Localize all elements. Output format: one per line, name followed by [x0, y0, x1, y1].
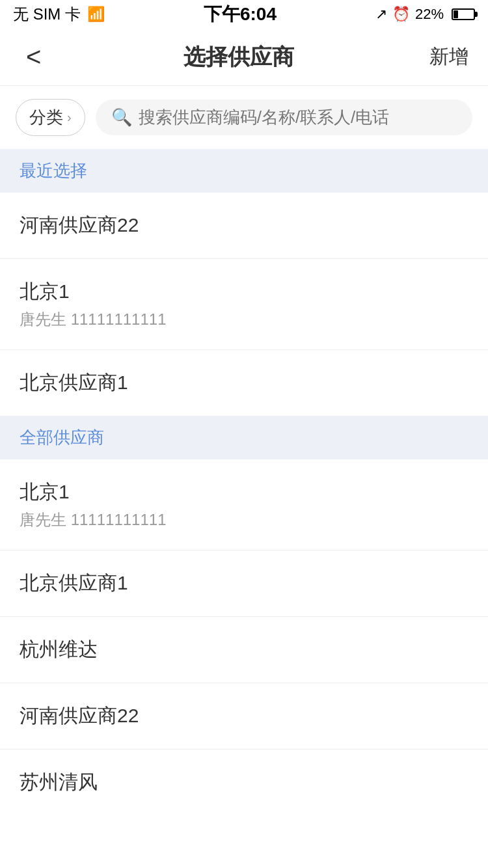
status-left: 无 SIM 卡 📶	[13, 4, 105, 25]
nav-bar: < 选择供应商 新增	[0, 29, 488, 86]
list-item[interactable]: 北京1 唐先生 11111111111	[0, 459, 488, 550]
status-bar: 无 SIM 卡 📶 下午6:04 ↗ ⏰ 22%	[0, 0, 488, 29]
search-bar: 分类 › 🔍	[0, 86, 488, 149]
alarm-icon: ⏰	[392, 6, 410, 23]
wifi-icon: 📶	[87, 6, 105, 23]
all-section-label: 全部供应商	[20, 427, 104, 447]
item-name: 北京1	[20, 278, 468, 305]
item-name: 北京供应商1	[20, 370, 468, 396]
item-name: 北京供应商1	[20, 570, 468, 597]
category-label: 分类	[29, 106, 63, 129]
item-name: 苏州清风	[20, 769, 468, 796]
search-icon: 🔍	[111, 107, 132, 128]
chevron-right-icon: ›	[67, 110, 72, 125]
list-item[interactable]: 河南供应商22	[0, 193, 488, 259]
battery-icon	[452, 8, 475, 20]
list-item[interactable]: 河南供应商22	[0, 683, 488, 750]
item-sub: 唐先生 11111111111	[20, 309, 468, 330]
page-title: 选择供应商	[183, 42, 294, 72]
back-button[interactable]: <	[20, 36, 47, 78]
add-button[interactable]: 新增	[429, 44, 468, 70]
item-name: 杭州维达	[20, 636, 468, 663]
item-name: 河南供应商22	[20, 212, 468, 239]
list-item[interactable]: 北京供应商1	[0, 550, 488, 617]
item-sub: 唐先生 11111111111	[20, 509, 468, 530]
item-name: 北京1	[20, 479, 468, 506]
battery-text: 22%	[415, 6, 444, 23]
list-item[interactable]: 北京供应商1	[0, 350, 488, 416]
search-input[interactable]	[139, 107, 457, 128]
status-time: 下午6:04	[204, 2, 277, 27]
item-name: 河南供应商22	[20, 703, 468, 729]
all-list: 北京1 唐先生 11111111111 北京供应商1 杭州维达 河南供应商22 …	[0, 459, 488, 815]
recent-list: 河南供应商22 北京1 唐先生 11111111111 北京供应商1	[0, 193, 488, 416]
category-filter-button[interactable]: 分类 ›	[16, 99, 85, 136]
search-input-wrapper: 🔍	[96, 100, 472, 135]
location-icon: ↗	[375, 6, 387, 23]
list-item[interactable]: 杭州维达	[0, 617, 488, 683]
all-section-header: 全部供应商	[0, 416, 488, 459]
list-item[interactable]: 苏州清风	[0, 750, 488, 815]
no-sim-text: 无 SIM 卡	[13, 4, 81, 25]
status-right: ↗ ⏰ 22%	[375, 6, 475, 23]
recent-section-header: 最近选择	[0, 149, 488, 193]
list-item[interactable]: 北京1 唐先生 11111111111	[0, 259, 488, 350]
recent-section-label: 最近选择	[20, 161, 87, 180]
